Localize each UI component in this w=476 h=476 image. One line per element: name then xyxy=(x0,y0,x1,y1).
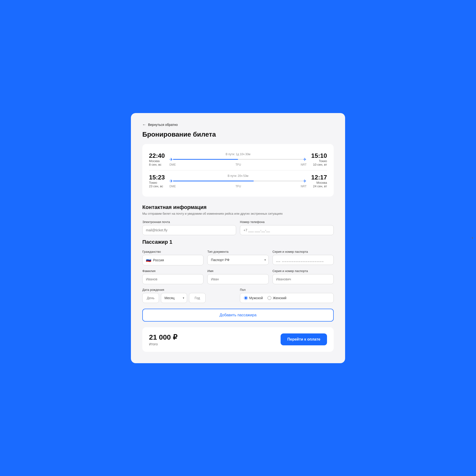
depart-date-2: 23 сен, вс xyxy=(149,185,166,188)
flight-codes-2: DME TFU NRT xyxy=(170,185,306,188)
passenger-row-3: Дата рождения Месяц ЯнварьФевральМарт Ап… xyxy=(142,288,334,303)
arrive-city-1: Токио xyxy=(310,159,327,163)
flag-icon: 🇷🇺 xyxy=(146,257,151,263)
total-card: 21 000 ₽ Итого Перейти к оплате xyxy=(142,327,334,352)
depart-code-1: DME xyxy=(170,163,176,166)
contact-section: Контактная информация Мы отправим билет … xyxy=(142,204,334,235)
arrive-code-1: NRT xyxy=(301,163,306,166)
last-name-group: Фамилия xyxy=(142,269,204,284)
citizenship-chevron-icon: ▾ xyxy=(472,236,473,240)
passport-group: Серия и номер паспорта xyxy=(272,250,334,265)
citizenship-value: Россия xyxy=(153,258,200,262)
flight-route-2: В пути: 20ч 53м ✈ ✈ DME TFU NRT xyxy=(170,174,306,188)
passenger-row-2: Фамилия Имя Серия и номер паспорта xyxy=(142,269,334,284)
line-fill-1 xyxy=(173,159,238,160)
passenger-title: Пассажир 1 xyxy=(142,239,334,245)
passenger-row-1: Гражданство 🇷🇺 Россия ▾ Тип документа Па… xyxy=(142,250,334,265)
passport-label: Серия и номер паспорта xyxy=(272,250,334,254)
gender-options: Мужской Женский xyxy=(240,293,334,303)
total-price: 21 000 ₽ xyxy=(149,333,177,341)
plane-icon-1: ✈ xyxy=(170,157,173,162)
flight-duration-1: В пути: 1д 10ч 30м xyxy=(226,153,250,156)
line-track-1 xyxy=(173,159,303,160)
first-name-group: Имя xyxy=(207,269,269,284)
first-name-label: Имя xyxy=(207,269,269,273)
flight-divider xyxy=(149,170,327,170)
passport-input[interactable] xyxy=(272,255,334,265)
depart-block-1: 22:40 Москва 8 сен, вс xyxy=(149,153,166,166)
gender-group: Пол Мужской Женский xyxy=(240,288,334,303)
gender-female-radio[interactable] xyxy=(268,296,271,300)
arrive-city-2: Москва xyxy=(310,181,327,185)
contact-subtitle: Мы отправим билет на почту и уведомим об… xyxy=(142,212,334,215)
middle-name-input[interactable] xyxy=(272,274,334,284)
last-name-label: Фамилия xyxy=(142,269,204,273)
arrive-code-2: NRT xyxy=(301,185,306,188)
flight-codes-1: DME TFU NRT xyxy=(170,163,306,166)
page-title: Бронирование билета xyxy=(142,131,334,138)
email-group: Электронная почта xyxy=(142,220,236,235)
dob-day-input[interactable] xyxy=(142,293,159,303)
stop-code-2: TFU xyxy=(235,185,241,188)
add-passenger-button[interactable]: Добавить пассажира xyxy=(142,309,334,322)
doc-type-label: Тип документа xyxy=(207,250,269,254)
phone-label: Номер телефона xyxy=(240,220,334,224)
gender-female-text: Женский xyxy=(273,296,286,300)
plane-arrive-icon-1: ✈ xyxy=(303,157,306,162)
depart-time-1: 22:40 xyxy=(149,153,166,159)
phone-group: Номер телефона xyxy=(240,220,334,235)
citizenship-label: Гражданство xyxy=(142,250,204,254)
depart-city-2: Токио xyxy=(149,181,166,185)
depart-time-2: 15:23 xyxy=(149,174,166,180)
depart-code-2: DME xyxy=(170,185,176,188)
back-link-label: Вернуться обратно xyxy=(148,123,178,127)
back-arrow-icon: ← xyxy=(142,122,146,127)
dob-year-input[interactable] xyxy=(189,293,206,303)
arrive-date-1: 10 сен, вт xyxy=(310,163,327,166)
depart-block-2: 15:23 Токио 23 сен, вс xyxy=(149,174,166,188)
first-name-input[interactable] xyxy=(207,274,269,284)
citizenship-group: Гражданство 🇷🇺 Россия ▾ xyxy=(142,250,204,265)
back-link[interactable]: ← Вернуться обратно xyxy=(142,122,334,127)
dob-inputs: Месяц ЯнварьФевральМарт АпрельМайИюнь Ию… xyxy=(142,293,236,303)
contact-title: Контактная информация xyxy=(142,204,334,210)
gender-male-label[interactable]: Мужской xyxy=(244,296,263,300)
gender-female-label[interactable]: Женский xyxy=(268,296,286,300)
arrive-time-2: 12:17 xyxy=(310,174,327,180)
booking-card: ← Вернуться обратно Бронирование билета … xyxy=(131,113,345,363)
doc-type-select-wrapper: Паспорт РФ Загранпаспорт ▾ xyxy=(207,255,269,265)
arrive-date-2: 24 сен, вт xyxy=(310,185,327,188)
flight-line-1: ✈ ✈ xyxy=(170,157,306,162)
plane-icon-2: ✈ xyxy=(170,178,173,184)
depart-date-1: 8 сен, вс xyxy=(149,163,166,166)
dob-month-wrapper: Месяц ЯнварьФевральМарт АпрельМайИюнь Ию… xyxy=(161,293,187,303)
last-name-input[interactable] xyxy=(142,274,204,284)
depart-city-1: Москва xyxy=(149,159,166,163)
contact-form-row: Электронная почта Номер телефона xyxy=(142,220,334,235)
phone-input[interactable] xyxy=(240,225,334,235)
total-info: 21 000 ₽ Итого xyxy=(149,333,177,346)
gender-male-text: Мужской xyxy=(249,296,263,300)
flight-row-2: 15:23 Токио 23 сен, вс В пути: 20ч 53м ✈… xyxy=(149,171,327,191)
arrive-block-1: 15:10 Токио 10 сен, вт xyxy=(310,153,327,166)
doc-type-group: Тип документа Паспорт РФ Загранпаспорт ▾ xyxy=(207,250,269,265)
middle-name-group: Серия и номер паспорта xyxy=(272,269,334,284)
arrive-block-2: 12:17 Москва 24 сен, вт xyxy=(310,174,327,188)
line-fill-2 xyxy=(173,181,254,181)
passenger-section: Пассажир 1 Гражданство 🇷🇺 Россия ▾ Тип д… xyxy=(142,239,334,322)
gender-label: Пол xyxy=(240,288,334,291)
total-label: Итого xyxy=(149,342,177,346)
flight-card: 22:40 Москва 8 сен, вс В пути: 1д 10ч 30… xyxy=(142,144,334,197)
flight-row-1: 22:40 Москва 8 сен, вс В пути: 1д 10ч 30… xyxy=(149,150,327,169)
dob-month-select[interactable]: Месяц ЯнварьФевральМарт АпрельМайИюнь Ию… xyxy=(161,293,187,303)
line-track-2 xyxy=(173,181,303,181)
flight-route-1: В пути: 1д 10ч 30м ✈ ✈ DME TFU NRT xyxy=(170,153,306,166)
arrive-time-1: 15:10 xyxy=(310,153,327,159)
doc-type-select[interactable]: Паспорт РФ Загранпаспорт xyxy=(207,255,269,265)
citizenship-select[interactable]: 🇷🇺 Россия ▾ xyxy=(142,255,204,265)
dob-group: Дата рождения Месяц ЯнварьФевральМарт Ап… xyxy=(142,288,236,303)
gender-male-radio[interactable] xyxy=(244,296,248,300)
middle-name-label: Серия и номер паспорта xyxy=(272,269,334,273)
pay-button[interactable]: Перейти к оплате xyxy=(281,333,327,345)
email-input[interactable] xyxy=(142,225,236,235)
